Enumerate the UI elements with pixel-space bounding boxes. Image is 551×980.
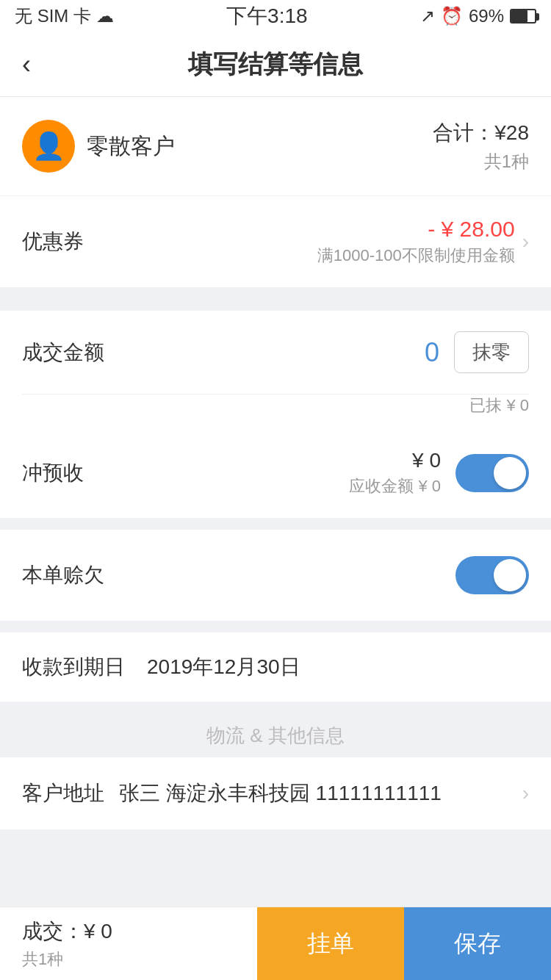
nav-bar: ‹ 填写结算等信息 <box>0 32 551 97</box>
toggle-knob <box>494 457 526 489</box>
deal-amount-input[interactable] <box>381 337 439 368</box>
customer-avatar: 👤 <box>22 120 75 173</box>
page-title: 填写结算等信息 <box>188 48 363 82</box>
section-divider-1 <box>0 299 551 311</box>
main-content: 👤 零散客户 合计：¥28 共1种 优惠券 - ¥ 28.00 满1000-10… <box>0 97 551 915</box>
round-zero-button[interactable]: 抹零 <box>454 331 529 373</box>
customer-row: 👤 零散客户 合计：¥28 共1种 <box>0 97 551 195</box>
coupon-amount: - ¥ 28.00 <box>317 217 515 242</box>
customer-total: 合计：¥28 <box>433 119 529 147</box>
avatar-icon: 👤 <box>32 131 65 162</box>
due-date-label: 收款到期日 <box>22 653 125 681</box>
customer-left: 👤 零散客户 <box>22 120 175 173</box>
debit-toggle-knob <box>494 559 526 591</box>
debit-label: 本单赊欠 <box>22 561 104 589</box>
bottom-count: 共1种 <box>22 948 235 970</box>
status-bar: 无 SIM 卡 ☁ 下午3:18 ↗ ⏰ 69% <box>0 0 551 32</box>
address-label: 客户地址 <box>22 779 104 807</box>
coupon-desc: 满1000-100不限制使用金额 <box>317 245 515 267</box>
coupon-right: - ¥ 28.00 满1000-100不限制使用金额 › <box>317 217 529 267</box>
address-value: 张三 海淀永丰科技园 11111111111 <box>119 779 522 807</box>
save-button-label: 保存 <box>454 928 501 960</box>
prepayment-row: 冲预收 ¥ 0 应收金额 ¥ 0 <box>22 428 529 518</box>
status-time: 下午3:18 <box>226 2 308 30</box>
debit-section: 本单赊欠 <box>0 530 551 621</box>
debit-row: 本单赊欠 <box>22 530 529 621</box>
deal-sub-text: 已抹 ¥ 0 <box>22 394 529 428</box>
hold-button[interactable]: 挂单 <box>257 907 404 980</box>
bottom-deal-label: 成交： <box>22 920 84 943</box>
deal-amount-label: 成交金额 <box>22 339 104 367</box>
alarm-icon: ⏰ <box>441 6 463 26</box>
save-button[interactable]: 保存 <box>404 907 551 980</box>
status-left: 无 SIM 卡 ☁ <box>15 4 114 28</box>
prepay-amount: ¥ 0 <box>349 449 441 472</box>
deal-right: 抹零 <box>381 331 529 373</box>
due-date-row[interactable]: 收款到期日 2019年12月30日 <box>22 633 529 702</box>
prepay-sub: 应收金额 ¥ 0 <box>349 475 441 497</box>
logistics-label: 物流 & 其他信息 <box>206 723 345 749</box>
bottom-deal-text: 成交：¥ 0 <box>22 918 235 945</box>
battery-icon <box>510 9 536 24</box>
deal-amount-section: 成交金额 抹零 已抹 ¥ 0 冲预收 ¥ 0 应收金额 ¥ 0 <box>0 311 551 518</box>
due-date-value: 2019年12月30日 <box>147 653 300 681</box>
bottom-bar: 成交：¥ 0 共1种 挂单 保存 <box>0 907 551 980</box>
hold-button-label: 挂单 <box>307 928 354 960</box>
customer-count: 共1种 <box>433 150 529 173</box>
chevron-right-icon: › <box>522 230 529 253</box>
debit-toggle[interactable] <box>455 556 529 594</box>
bottom-info: 成交：¥ 0 共1种 <box>0 918 257 970</box>
prepay-right: ¥ 0 应收金额 ¥ 0 <box>349 449 529 497</box>
logistics-section-header: 物流 & 其他信息 <box>0 713 551 757</box>
deal-amount-row: 成交金额 抹零 <box>22 311 529 394</box>
address-chevron-icon: › <box>522 782 529 805</box>
back-button[interactable]: ‹ <box>22 49 31 80</box>
customer-name: 零散客户 <box>87 131 175 162</box>
due-date-section: 收款到期日 2019年12月30日 <box>0 633 551 702</box>
prepay-info: ¥ 0 应收金额 ¥ 0 <box>349 449 441 497</box>
section-divider-2 <box>0 518 551 530</box>
coupon-row[interactable]: 优惠券 - ¥ 28.00 满1000-100不限制使用金额 › <box>0 195 551 287</box>
location-icon: ↗ <box>420 6 435 26</box>
address-section: 客户地址 张三 海淀永丰科技园 11111111111 › <box>0 757 551 829</box>
battery-text: 69% <box>469 6 504 26</box>
no-sim-text: 无 SIM 卡 ☁ <box>15 4 114 28</box>
customer-right: 合计：¥28 共1种 <box>433 119 529 173</box>
coupon-info: - ¥ 28.00 满1000-100不限制使用金额 <box>317 217 515 267</box>
status-right: ↗ ⏰ 69% <box>420 6 536 26</box>
prepayment-toggle[interactable] <box>455 454 529 492</box>
prepayment-label: 冲预收 <box>22 459 84 487</box>
address-row[interactable]: 客户地址 张三 海淀永丰科技园 11111111111 › <box>22 757 529 829</box>
coupon-label: 优惠券 <box>22 228 84 256</box>
bottom-deal-value: ¥ 0 <box>84 920 112 943</box>
customer-section: 👤 零散客户 合计：¥28 共1种 优惠券 - ¥ 28.00 满1000-10… <box>0 97 551 287</box>
